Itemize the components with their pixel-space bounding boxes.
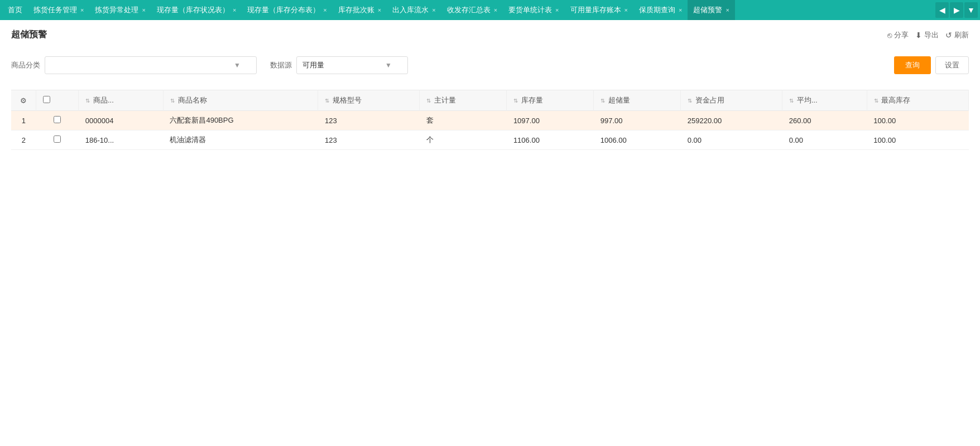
nav-item-4[interactable]: 现存量（库存分布表）× xyxy=(242,0,332,20)
export-icon: ⬇ xyxy=(915,31,922,40)
nav-item-2[interactable]: 拣货异常处理× xyxy=(89,0,151,20)
cell-avg-0: 260.00 xyxy=(782,111,867,130)
datasource-chevron-icon: ▼ xyxy=(385,61,392,69)
top-nav: 首页拣货任务管理×拣货异常处理×现存量（库存状况表）×现存量（库存分布表）×库存… xyxy=(0,0,980,20)
nav-close-icon-3[interactable]: × xyxy=(233,0,236,20)
nav-item-6[interactable]: 出入库流水× xyxy=(387,0,441,20)
export-button[interactable]: ⬇ 导出 xyxy=(915,30,939,40)
category-chevron-icon: ▼ xyxy=(234,61,241,69)
cell-max-stock-1: 100.00 xyxy=(867,130,968,150)
nav-item-9[interactable]: 可用量库存账本× xyxy=(565,0,633,20)
th-capital[interactable]: ⇅ 资金占用 xyxy=(681,90,782,111)
nav-next-button[interactable]: ▶ xyxy=(950,2,963,18)
nav-prev-button[interactable]: ◀ xyxy=(935,2,949,18)
row-checkbox-1[interactable] xyxy=(54,135,61,143)
cell-product-name-1: 机油滤清器 xyxy=(163,130,318,150)
sort-icon: ⇅ xyxy=(874,98,878,104)
cell-stock-0: 1097.00 xyxy=(507,111,594,130)
nav-close-icon-5[interactable]: × xyxy=(378,0,381,20)
nav-item-5[interactable]: 库存批次账× xyxy=(333,0,387,20)
share-icon: ⎋ xyxy=(887,31,892,40)
cell-spec-0: 123 xyxy=(318,111,420,130)
cell-product-code-0: 0000004 xyxy=(79,111,164,130)
settings-button[interactable]: 设置 xyxy=(935,56,969,74)
nav-item-1[interactable]: 拣货任务管理× xyxy=(28,0,89,20)
nav-item-8[interactable]: 要货单统计表× xyxy=(503,0,564,20)
cell-overstock-1: 1006.00 xyxy=(594,130,681,150)
nav-close-icon-2[interactable]: × xyxy=(142,0,145,20)
nav-item-3[interactable]: 现存量（库存状况表）× xyxy=(151,0,242,20)
filter-area: 商品分类 ▼ 数据源 可用量 ▼ 查询 设置 xyxy=(11,50,969,81)
refresh-icon: ↺ xyxy=(945,31,952,40)
nav-more-button[interactable]: ▼ xyxy=(964,2,978,18)
header-actions: ⎋ 分享 ⬇ 导出 ↺ 刷新 xyxy=(887,30,969,40)
cell-row-num-1: 2 xyxy=(11,130,36,150)
th-product-name[interactable]: ⇅ 商品名称 xyxy=(163,90,318,111)
cell-checkbox-1[interactable] xyxy=(36,130,79,150)
cell-product-code-1: 186-10... xyxy=(79,130,164,150)
nav-close-icon-9[interactable]: × xyxy=(624,0,628,20)
page-title: 超储预警 xyxy=(11,29,47,41)
page-header: 超储预警 ⎋ 分享 ⬇ 导出 ↺ 刷新 xyxy=(11,29,969,41)
cell-stock-1: 1106.00 xyxy=(507,130,594,150)
table-row: 1 0000004 六配套新昌490BPG 123 套 1097.00 997.… xyxy=(11,111,969,130)
th-max-stock[interactable]: ⇅ 最高库存 xyxy=(867,90,968,111)
cell-unit-0: 套 xyxy=(420,111,507,130)
nav-close-icon-1[interactable]: × xyxy=(80,0,84,20)
table-header: ⚙ ⇅ 商品... ⇅ 商品名称 ⇅ 规格型号 ⇅ xyxy=(11,90,969,111)
nav-close-icon-6[interactable]: × xyxy=(432,0,435,20)
table-row: 2 186-10... 机油滤清器 123 个 1106.00 1006.00 … xyxy=(11,130,969,150)
nav-item-0[interactable]: 首页 xyxy=(2,0,28,20)
th-stock[interactable]: ⇅ 库存量 xyxy=(507,90,594,111)
nav-arrows: ◀ ▶ ▼ xyxy=(935,2,978,18)
share-button[interactable]: ⎋ 分享 xyxy=(887,30,909,40)
th-unit[interactable]: ⇅ 主计量 xyxy=(420,90,507,111)
nav-close-icon-11[interactable]: × xyxy=(726,0,729,20)
cell-unit-1: 个 xyxy=(420,130,507,150)
filter-actions: 查询 设置 xyxy=(894,56,969,74)
select-all-checkbox[interactable] xyxy=(43,96,50,103)
cell-row-num-0: 1 xyxy=(11,111,36,130)
sort-icon: ⇅ xyxy=(789,98,794,104)
nav-close-icon-7[interactable]: × xyxy=(494,0,497,20)
cell-product-name-0: 六配套新昌490BPG xyxy=(163,111,318,130)
th-overstock[interactable]: ⇅ 超储量 xyxy=(594,90,681,111)
page-container: 超储预警 ⎋ 分享 ⬇ 导出 ↺ 刷新 商品分类 ▼ 数据源 xyxy=(0,20,980,446)
category-select[interactable]: ▼ xyxy=(45,56,257,74)
nav-item-11[interactable]: 超储预警× xyxy=(688,0,734,20)
sort-icon: ⇅ xyxy=(170,98,175,104)
datasource-value: 可用量 xyxy=(302,60,381,70)
sort-icon: ⇅ xyxy=(426,98,431,104)
sort-icon: ⇅ xyxy=(601,98,605,104)
nav-close-icon-4[interactable]: × xyxy=(323,0,326,20)
th-avg[interactable]: ⇅ 平均... xyxy=(782,90,867,111)
cell-max-stock-0: 100.00 xyxy=(867,111,968,130)
nav-close-icon-10[interactable]: × xyxy=(679,0,682,20)
cell-checkbox-0[interactable] xyxy=(36,111,79,130)
th-checkbox xyxy=(36,90,79,111)
row-checkbox-0[interactable] xyxy=(54,116,61,123)
th-product-code[interactable]: ⇅ 商品... xyxy=(79,90,164,111)
cell-avg-1: 0.00 xyxy=(782,130,867,150)
sort-icon: ⇅ xyxy=(688,98,692,104)
nav-close-icon-8[interactable]: × xyxy=(555,0,559,20)
nav-item-10[interactable]: 保质期查询× xyxy=(633,0,688,20)
data-table: ⚙ ⇅ 商品... ⇅ 商品名称 ⇅ 规格型号 ⇅ xyxy=(11,90,969,150)
query-button[interactable]: 查询 xyxy=(894,56,931,74)
cell-capital-0: 259220.00 xyxy=(681,111,782,130)
datasource-filter: 数据源 可用量 ▼ xyxy=(270,56,408,74)
datasource-label: 数据源 xyxy=(270,60,292,70)
cell-spec-1: 123 xyxy=(318,130,420,150)
table-body: 1 0000004 六配套新昌490BPG 123 套 1097.00 997.… xyxy=(11,111,969,150)
refresh-button[interactable]: ↺ 刷新 xyxy=(945,30,969,40)
column-settings-icon[interactable]: ⚙ xyxy=(18,95,29,106)
th-spec[interactable]: ⇅ 规格型号 xyxy=(318,90,420,111)
category-label: 商品分类 xyxy=(11,60,40,70)
datasource-select[interactable]: 可用量 ▼ xyxy=(296,56,408,74)
category-filter: 商品分类 ▼ xyxy=(11,56,257,74)
sort-icon: ⇅ xyxy=(513,98,518,104)
cell-capital-1: 0.00 xyxy=(681,130,782,150)
nav-item-7[interactable]: 收发存汇总表× xyxy=(441,0,503,20)
th-settings: ⚙ xyxy=(11,90,36,111)
sort-icon: ⇅ xyxy=(85,98,90,104)
